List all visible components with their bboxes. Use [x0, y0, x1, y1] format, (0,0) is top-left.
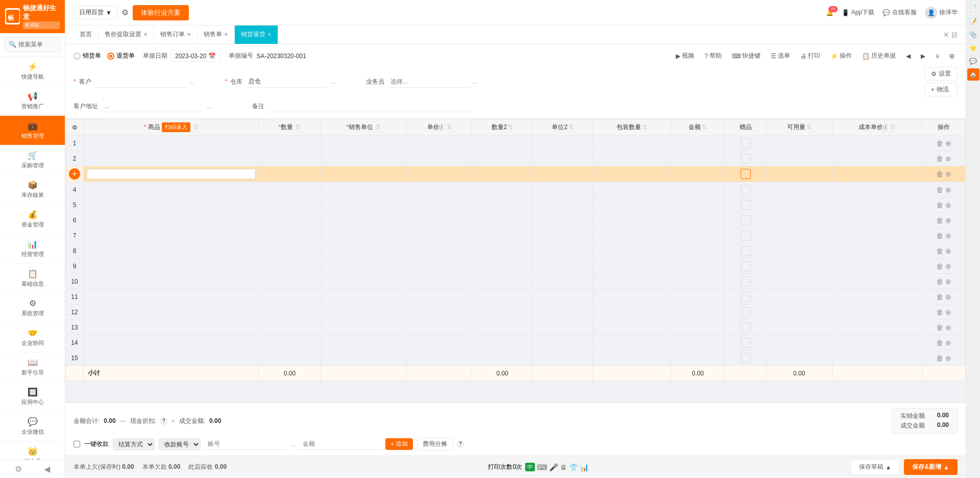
delete-icon[interactable]: 🗑 [936, 247, 943, 255]
note-input[interactable] [267, 100, 472, 112]
amount-cell[interactable] [671, 136, 725, 151]
sidebar-item-apps[interactable]: 🔲 应用中心 [0, 382, 65, 412]
delete-icon[interactable]: 🗑 [936, 323, 943, 332]
sidebar-item-wechat[interactable]: 💬 企业微信 [0, 412, 65, 441]
gift-checkbox[interactable] [741, 215, 751, 225]
sort-icon[interactable]: ⇅ [806, 123, 812, 131]
sidebar-item-quick-nav[interactable]: ⚡ 快捷导航 [0, 57, 65, 86]
account-dots[interactable]: ... [290, 441, 296, 448]
trial-button[interactable]: 体验行业方案 [133, 5, 189, 20]
sales-unit-cell[interactable] [321, 151, 407, 166]
sidebar-item-inventory[interactable]: 📦 库存核算 [0, 175, 65, 205]
pack-qty-cell[interactable] [593, 166, 671, 182]
right-panel-icon-2[interactable]: 📝 [967, 15, 979, 28]
unit2-cell[interactable] [532, 166, 593, 182]
staff-input[interactable] [387, 76, 469, 88]
save-draft-button[interactable]: 保存草稿 ▲ [850, 459, 900, 475]
delete-icon[interactable]: 🗑 [936, 186, 943, 194]
available-cell[interactable] [766, 136, 832, 151]
sales-unit-cell[interactable] [321, 136, 407, 151]
select-button[interactable]: ☰ 选单 [768, 50, 793, 62]
view-grid-btn[interactable]: ⊞ [946, 51, 958, 61]
copy-icon[interactable]: ⊕ [945, 308, 951, 316]
delete-icon[interactable]: 🗑 [936, 339, 943, 347]
search-menu-button[interactable]: 🔍 搜索菜单 [4, 37, 61, 52]
copy-icon[interactable]: ⊕ [945, 201, 951, 209]
sidebar-item-sales[interactable]: 💼 销售管理 [0, 116, 65, 145]
copy-icon[interactable]: ⊕ [945, 323, 951, 332]
sort-icon[interactable]: ⇅ [376, 123, 381, 131]
tab-price-setting[interactable]: 售价提取设置 ✕ [99, 26, 154, 44]
delete-icon[interactable]: 🗑 [936, 155, 943, 163]
date-picker[interactable]: 2023-03-20 📅 [170, 51, 220, 62]
help-button[interactable]: ? 帮助 [701, 50, 725, 62]
gift-checkbox[interactable] [741, 231, 751, 241]
sort-icon[interactable]: ⇅ [890, 123, 895, 131]
add-row-button[interactable]: + [69, 168, 80, 180]
sidebar-item-guide[interactable]: 📖 新手引导 [0, 353, 65, 382]
view-list-btn[interactable]: ≡ [933, 51, 942, 61]
right-panel-active-icon[interactable]: 🏠 [967, 68, 979, 81]
available-cell[interactable] [766, 166, 832, 182]
amount-cell[interactable] [671, 151, 725, 166]
right-panel-icon-3[interactable]: 📎 [967, 29, 979, 41]
add-button[interactable]: + 添加 [385, 438, 413, 450]
video-button[interactable]: ▶ 视频 [673, 50, 697, 62]
product-cell-active[interactable] [84, 166, 259, 182]
qty2-cell[interactable] [472, 166, 532, 182]
sort-icon[interactable]: ⇅ [296, 123, 301, 131]
notification-button[interactable]: 🔔 70 [826, 9, 834, 16]
th-settings[interactable]: ⚙ [66, 119, 84, 136]
unit2-cell[interactable] [532, 136, 593, 151]
tab-sales[interactable]: 销售单 ✕ [198, 26, 235, 44]
tab-home[interactable]: 首页 [74, 26, 99, 44]
copy-icon[interactable]: ⊕ [945, 247, 951, 255]
customer-input[interactable] [94, 76, 186, 88]
unit2-cell[interactable] [532, 151, 593, 166]
copy-icon[interactable]: ⊕ [945, 339, 951, 347]
operate-button[interactable]: ⚡ 操作 [827, 50, 855, 62]
tab-close-icon[interactable]: ✕ [187, 32, 191, 37]
customer-select-btn[interactable]: ... [189, 78, 194, 85]
copy-icon[interactable]: ⊕ [945, 262, 951, 270]
delete-icon[interactable]: 🗑 [936, 262, 943, 270]
account-input[interactable] [205, 438, 286, 450]
available-cell[interactable] [766, 151, 832, 166]
close-all-tabs-button[interactable]: ⊟ [951, 31, 958, 39]
delete-icon[interactable]: 🗑 [936, 216, 943, 224]
copy-icon[interactable]: ⊕ [945, 170, 951, 178]
sidebar-item-finance[interactable]: 💰 资金管理 [0, 205, 65, 234]
logistics-button[interactable]: + 物流 [924, 83, 958, 96]
radio-sales-bill[interactable]: 销货单 [74, 52, 101, 60]
delete-icon[interactable]: 🗑 [936, 170, 943, 178]
online-service-button[interactable]: 💬 在线客服 [883, 8, 917, 17]
gift-checkbox[interactable] [741, 185, 751, 195]
copy-icon[interactable]: ⊕ [945, 232, 951, 240]
delete-icon[interactable]: 🗑 [936, 293, 943, 301]
delete-icon[interactable]: 🗑 [936, 278, 943, 286]
gift-checkbox[interactable] [741, 200, 751, 210]
gift-checkbox[interactable] [741, 169, 751, 179]
qty2-cell[interactable] [472, 136, 532, 151]
copy-icon[interactable]: ⊕ [945, 186, 951, 194]
gift-checkbox[interactable] [741, 307, 751, 317]
sidebar-item-basic[interactable]: 📋 基础信息 [0, 264, 65, 293]
account-select[interactable]: 收款账号 [159, 438, 201, 450]
right-panel-icon-1[interactable]: 📄 [967, 2, 979, 14]
calc-method-select[interactable]: 结算方式 [113, 438, 155, 450]
tab-close-icon[interactable]: ✕ [267, 32, 272, 37]
sidebar-item-member[interactable]: 👑 畅会员 [0, 441, 65, 460]
delete-icon[interactable]: 🗑 [936, 354, 943, 362]
cost-price-cell[interactable] [832, 136, 922, 151]
next-button[interactable]: ▶ [918, 51, 928, 61]
prev-button[interactable]: ◀ [903, 51, 914, 61]
sort-icon[interactable]: ⇅ [193, 123, 199, 131]
unit-price-cell[interactable] [407, 151, 472, 166]
unit-price-cell[interactable] [407, 136, 472, 151]
product-cell[interactable] [84, 136, 259, 151]
app-download-button[interactable]: 📱 App下载 [842, 8, 874, 17]
sidebar-item-operations[interactable]: 📊 经营管理 [0, 234, 65, 264]
sidebar-search[interactable]: 🔍 搜索菜单 [0, 33, 65, 57]
settings-button[interactable]: ⚙ 设置 [924, 67, 958, 81]
right-panel-icon-4[interactable]: ⭐ [967, 42, 979, 54]
